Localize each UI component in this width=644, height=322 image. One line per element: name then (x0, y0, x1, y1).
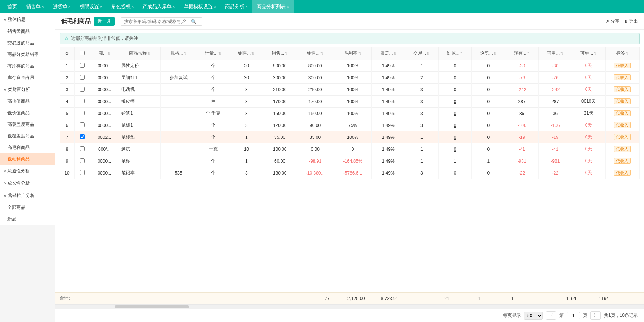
browse-link[interactable]: 0 (454, 135, 456, 140)
col-header-tag[interactable]: 标签⇅ (605, 47, 639, 60)
sort-icon-sellable[interactable]: ⇅ (594, 52, 597, 55)
row-checkbox[interactable] (75, 167, 90, 179)
row-checkbox[interactable] (75, 155, 90, 167)
nav-item-商品分析列表[interactable]: 商品分析列表 × (252, 0, 294, 13)
sidebar-group-整体信息[interactable]: ∨整体信息 (0, 13, 55, 26)
row-checkbox-input[interactable] (80, 146, 85, 151)
browse1[interactable]: 0 (438, 60, 472, 72)
sort-icon-spec[interactable]: ⇅ (184, 52, 187, 55)
browse1[interactable]: 0 (438, 167, 472, 179)
browse1[interactable]: 0 (438, 96, 472, 108)
nav-close-icon[interactable]: × (68, 5, 71, 9)
sort-icon-trade_count[interactable]: ⇅ (427, 52, 430, 55)
browse1[interactable]: 0 (438, 72, 472, 84)
nav-item-首页[interactable]: 首页 (3, 0, 22, 13)
browse1[interactable]: 1 (438, 155, 472, 167)
nav-close-icon[interactable]: × (287, 5, 289, 9)
sidebar-item-高价值商品[interactable]: 高价值商品 (0, 96, 55, 107)
col-header-name[interactable]: 商品名称⇅ (119, 47, 161, 60)
browse-link[interactable]: 0 (454, 170, 456, 176)
row-checkbox[interactable] (75, 84, 90, 96)
sidebar-item-库存资金占用[interactable]: 库存资金占用 (0, 72, 55, 83)
search-input[interactable] (124, 19, 191, 24)
export-button[interactable]: ⬇ 导出 (624, 18, 638, 25)
browse1[interactable]: 0 (438, 84, 472, 96)
nav-item-单据模板设置[interactable]: 单据模板设置 × (179, 0, 221, 13)
sidebar-item-低覆盖度商品[interactable]: 低覆盖度商品 (0, 130, 55, 142)
col-header-coverage[interactable]: 覆盖...⇅ (372, 47, 405, 60)
row-checkbox[interactable] (75, 60, 90, 72)
sidebar-item-低毛利商品[interactable]: 低毛利商品 (0, 153, 55, 165)
row-checkbox[interactable] (75, 108, 90, 119)
col-header-checkbox[interactable] (75, 47, 90, 60)
col-header-current_stock[interactable]: 现有...⇅ (505, 47, 539, 60)
period-button[interactable]: 近一月 (94, 17, 115, 26)
page-number-input[interactable] (567, 312, 580, 319)
sidebar-group-类财富分析[interactable]: ∨类财富分析 (0, 83, 55, 96)
col-header-code[interactable]: 商...⇅ (90, 47, 119, 60)
sidebar-item-销售类商品[interactable]: 销售类商品 (0, 26, 55, 37)
browse-link[interactable]: 0 (454, 87, 456, 92)
row-checkbox-input[interactable] (80, 170, 85, 175)
sort-icon-name[interactable]: ⇅ (148, 52, 151, 55)
col-header-sales_amount[interactable]: 销售...⇅ (263, 47, 297, 60)
col-header-sales_qty[interactable]: 销售...⇅ (230, 47, 263, 60)
search-icon[interactable]: 🔍 (191, 19, 196, 24)
row-checkbox-input[interactable] (80, 122, 85, 127)
sort-icon-available[interactable]: ⇅ (560, 52, 563, 55)
col-header-browse2[interactable]: 浏览...⇅ (472, 47, 505, 60)
row-checkbox-input[interactable] (80, 134, 85, 139)
browse-link[interactable]: 0 (454, 147, 456, 152)
prev-page-button[interactable]: 〈 (546, 311, 556, 320)
nav-close-icon[interactable]: × (100, 5, 102, 9)
nav-close-icon[interactable]: × (173, 5, 175, 9)
bottom-scrollbar[interactable] (55, 304, 644, 309)
sort-icon-browse1[interactable]: ⇅ (460, 52, 463, 55)
nav-close-icon[interactable]: × (246, 5, 248, 9)
col-header-available[interactable]: 可用...⇅ (539, 47, 572, 60)
browse-link[interactable]: 0 (454, 63, 456, 68)
sort-icon-gross_margin[interactable]: ⇅ (358, 52, 361, 55)
nav-item-销售单[interactable]: 销售单 × (22, 0, 48, 13)
browse1[interactable]: 0 (438, 108, 472, 119)
sidebar-group-营销推广分析[interactable]: ∨营销推广分析 (0, 189, 55, 202)
sort-icon-current_stock[interactable]: ⇅ (527, 52, 530, 55)
col-header-gross_margin[interactable]: 毛利率⇅ (334, 47, 371, 60)
sidebar-item-交易过的商品[interactable]: 交易过的商品 (0, 37, 55, 49)
nav-item-进货单[interactable]: 进货单 × (48, 0, 75, 13)
sidebar-item-商品分类助销率[interactable]: 商品分类助销率 (0, 49, 55, 60)
nav-item-权限设置[interactable]: 权限设置 × (75, 0, 107, 13)
share-button[interactable]: ↗ 分享 (605, 18, 619, 25)
col-header-trade_count[interactable]: 交易...⇅ (405, 47, 438, 60)
page-size-select[interactable]: 50 100 200 (524, 312, 543, 320)
sidebar-item-新品[interactable]: 新品 (0, 213, 55, 225)
browse1[interactable]: 0 (438, 131, 472, 143)
nav-close-icon[interactable]: × (132, 5, 134, 9)
next-page-button[interactable]: 〉 (590, 311, 601, 320)
nav-item-产成品入库单[interactable]: 产成品入库单 × (138, 0, 179, 13)
sidebar-group-流通性分析[interactable]: >流通性分析 (0, 165, 55, 177)
col-header-sales_profit[interactable]: 销售...⇅ (297, 47, 334, 60)
sidebar-item-全部商品[interactable]: 全部商品 (0, 202, 55, 213)
nav-close-icon[interactable]: × (42, 5, 44, 9)
browse-link[interactable]: 1 (454, 159, 456, 164)
col-header-sellable[interactable]: 可销...⇅ (572, 47, 605, 60)
nav-item-角色授权[interactable]: 角色授权 × (107, 0, 138, 13)
sidebar-item-高覆盖度商品[interactable]: 高覆盖度商品 (0, 119, 55, 130)
scrollbar-thumb[interactable] (115, 305, 189, 308)
sidebar-item-有库存的商品[interactable]: 有库存的商品 (0, 60, 55, 72)
row-checkbox[interactable] (75, 96, 90, 108)
sort-icon-unit[interactable]: ⇅ (218, 52, 221, 55)
row-checkbox[interactable] (75, 143, 90, 155)
row-checkbox-input[interactable] (80, 99, 85, 103)
sort-icon-sales_amount[interactable]: ⇅ (285, 52, 288, 55)
sidebar-group-成长性分析[interactable]: >成长性分析 (0, 177, 55, 189)
sort-icon-tag[interactable]: ⇅ (626, 52, 629, 55)
sort-icon-sales_profit[interactable]: ⇅ (320, 52, 323, 55)
row-checkbox[interactable] (75, 131, 90, 143)
nav-item-商品分析[interactable]: 商品分析 × (221, 0, 252, 13)
col-header-spec[interactable]: 规格...⇅ (161, 47, 196, 60)
row-checkbox-input[interactable] (80, 111, 85, 115)
browse1[interactable]: 0 (438, 143, 472, 155)
browse1[interactable]: 0 (438, 119, 472, 131)
